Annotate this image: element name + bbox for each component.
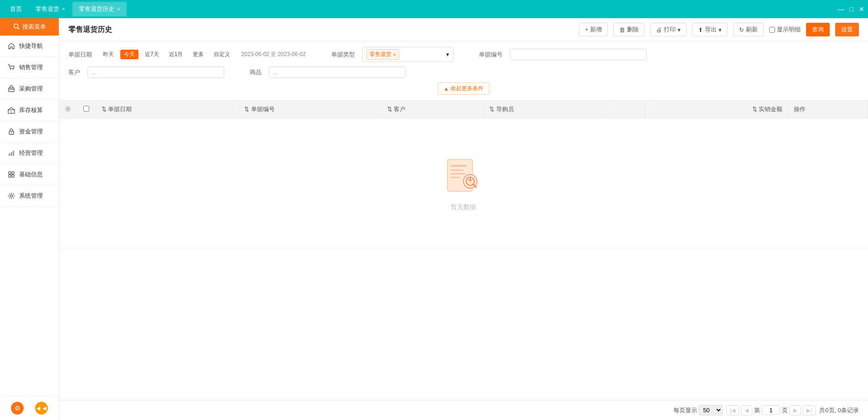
customer-input[interactable]: ...	[87, 67, 224, 78]
filter-row-1: 单据日期 昨天 今天 近7天 近1月 更多 自定义 2023-06-02 至 2…	[68, 47, 859, 62]
sidebar-item-quick-nav[interactable]: 快捷导航	[0, 36, 59, 57]
date-today-btn[interactable]: 今天	[120, 50, 139, 59]
sidebar-item-purchase[interactable]: 采购管理	[0, 78, 59, 100]
type-select[interactable]: 零售退货 × ▾	[362, 47, 453, 62]
date-yesterday-btn[interactable]: 昨天	[99, 50, 118, 59]
tab-bar: 首页 零售退货 × 零售退货历史 × — □ ✕	[0, 0, 868, 18]
page-input[interactable]	[762, 405, 780, 415]
settings-bottom-icon[interactable]: ⚙	[11, 402, 24, 415]
sidebar-item-system[interactable]: 系统管理	[0, 185, 59, 207]
svg-rect-20	[451, 165, 467, 167]
col-checkbox[interactable]	[77, 101, 96, 118]
goods-label: 商品	[250, 68, 262, 77]
per-page-dropdown[interactable]: 10 20 50 100	[699, 405, 723, 415]
refresh-button[interactable]: ↻ 刷新	[733, 23, 764, 36]
date-range-text: 2023-06-02 至 2023-06-02	[241, 51, 305, 58]
last-page-button[interactable]: ▶|	[803, 405, 816, 415]
col-customer[interactable]: ⇅ 客户	[381, 101, 484, 118]
print-button[interactable]: 🖨 打印 ▾	[650, 23, 687, 36]
per-page-label: 每页显示	[673, 406, 697, 415]
grid-icon	[7, 170, 15, 179]
sidebar-search[interactable]: 搜索菜单	[0, 18, 59, 36]
table-settings-icon[interactable]	[65, 107, 71, 113]
col-action-label: 操作	[794, 106, 806, 113]
select-all-checkbox[interactable]	[83, 106, 89, 112]
show-detail-input[interactable]	[769, 27, 775, 33]
tab-retail-return-history[interactable]: 零售退货历史 ×	[72, 2, 127, 16]
date-more-btn[interactable]: 更多	[189, 50, 207, 59]
print-icon: 🖨	[656, 26, 662, 33]
goods-input[interactable]: ...	[269, 67, 406, 78]
export-icon: ⬆	[698, 26, 703, 33]
sidebar-item-system-label: 系统管理	[19, 192, 43, 200]
cart-icon	[7, 63, 15, 72]
col-customer-label: 客户	[394, 106, 406, 113]
table-header-row: ⇅ 单据日期 ⇅ 单据编号 ⇅ 客户 ⇅	[59, 101, 868, 118]
date-group: 昨天 今天 近7天 近1月 更多 自定义	[99, 50, 234, 59]
type-tag-remove[interactable]: ×	[393, 52, 396, 57]
export-chevron-icon: ▾	[719, 26, 722, 33]
col-settings[interactable]	[59, 101, 77, 118]
goods-ellipsis: ...	[273, 69, 278, 76]
audio-icon[interactable]: ◄◄	[35, 402, 48, 415]
customer-ellipsis: ...	[92, 69, 97, 76]
page-header: 零售退货历史 + 新增 🗑 删除 🖨 打印 ▾ ⬆ 导出 ▾	[59, 18, 868, 41]
close-retail-return-tab-icon[interactable]: ×	[62, 6, 65, 12]
sidebar-item-quick-nav-label: 快捷导航	[19, 42, 43, 50]
delete-button[interactable]: 🗑 删除	[613, 23, 645, 36]
date-7days-btn[interactable]: 近7天	[141, 50, 163, 59]
minimize-icon[interactable]: —	[838, 5, 844, 13]
sidebar-item-inventory[interactable]: 库存核算	[0, 100, 59, 121]
svg-rect-22	[451, 173, 465, 174]
window-close-icon[interactable]: ✕	[859, 5, 864, 13]
warehouse-icon	[7, 106, 15, 114]
page-title: 零售退货历史	[68, 25, 112, 35]
tab-home[interactable]: 首页	[4, 2, 28, 16]
print-chevron-icon: ▾	[678, 26, 681, 33]
sidebar-item-sales[interactable]: 销售管理	[0, 57, 59, 78]
number-input[interactable]	[510, 49, 647, 60]
next-page-button[interactable]: ▶	[790, 405, 801, 415]
date-label: 单据日期	[68, 51, 92, 59]
maximize-icon[interactable]: □	[850, 5, 853, 13]
sidebar-item-operation[interactable]: 经营管理	[0, 143, 59, 164]
date-custom-btn[interactable]: 自定义	[210, 50, 234, 59]
chart-icon	[7, 149, 15, 157]
collapse-button[interactable]: ▲ 收起更多条件	[438, 82, 490, 95]
tab-retail-return[interactable]: 零售退货 ×	[29, 2, 72, 16]
header-actions: + 新增 🗑 删除 🖨 打印 ▾ ⬆ 导出 ▾ ↻ 刷新	[579, 23, 859, 36]
tab-retail-return-label: 零售退货	[36, 5, 59, 13]
col-guide-label: 导购员	[496, 106, 514, 113]
home-icon	[7, 42, 15, 50]
close-retail-return-history-tab-icon[interactable]: ×	[117, 6, 120, 12]
filter-row-2: 客户 ... 商品 ...	[68, 67, 859, 78]
sidebar-item-basic-info-label: 基础信息	[19, 170, 43, 179]
new-button[interactable]: + 新增	[579, 23, 608, 36]
number-label: 单据编号	[479, 51, 503, 59]
svg-point-17	[10, 195, 13, 197]
sidebar: 搜索菜单 快捷导航 销售管理	[0, 18, 59, 420]
query-button[interactable]: 查询	[806, 23, 830, 36]
col-number-label: 单据编号	[251, 106, 275, 113]
prev-page-button[interactable]: ◀	[741, 405, 752, 415]
svg-rect-15	[9, 175, 11, 177]
sidebar-item-basic-info[interactable]: 基础信息	[0, 164, 59, 185]
first-page-button[interactable]: |◀	[726, 405, 739, 415]
search-icon	[13, 23, 20, 31]
svg-point-3	[13, 69, 14, 70]
page-size-select: 每页显示 10 20 50 100	[673, 405, 723, 415]
empty-state: 暂无数据	[59, 118, 868, 248]
col-amount[interactable]: ⇅ 实销金额	[645, 101, 788, 118]
content-area: 零售退货历史 + 新增 🗑 删除 🖨 打印 ▾ ⬆ 导出 ▾	[59, 18, 868, 420]
date-1month-btn[interactable]: 近1月	[165, 50, 187, 59]
settings-button[interactable]: 设置	[835, 23, 859, 36]
sidebar-item-finance[interactable]: 资金管理	[0, 121, 59, 143]
col-number[interactable]: ⇅ 单据编号	[239, 101, 382, 118]
export-button[interactable]: ⬆ 导出 ▾	[692, 23, 728, 36]
show-detail-checkbox[interactable]: 显示明细	[769, 26, 801, 34]
col-guide[interactable]: ⇅ 导购员	[484, 101, 606, 118]
svg-rect-13	[9, 172, 11, 174]
svg-rect-12	[13, 151, 14, 156]
col-date[interactable]: ⇅ 单据日期	[96, 101, 239, 118]
empty-state-row: 暂无数据	[59, 118, 868, 248]
